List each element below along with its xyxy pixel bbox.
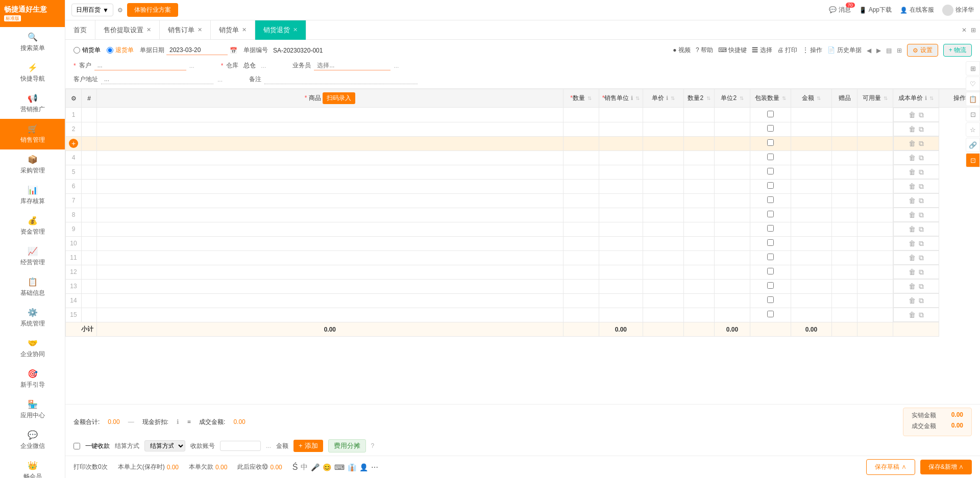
tab-close-sales-order[interactable]: ✕ — [198, 27, 202, 33]
tab-close-sales-return[interactable]: ✕ — [293, 27, 298, 33]
sidebar-item-finance[interactable]: 💰 资金管理 — [0, 211, 65, 241]
gift-checkbox[interactable] — [767, 211, 774, 217]
video-btn[interactable]: ● 视频 — [673, 46, 691, 55]
unit-sort-icon[interactable]: ⇅ — [635, 95, 640, 101]
history-btn[interactable]: 📄 历史单据 — [827, 46, 861, 55]
cost-sort-icon[interactable]: ⇅ — [929, 95, 934, 101]
right-panel-btn-active[interactable]: ⊡ — [966, 153, 980, 167]
copy-icon[interactable]: ⧉ — [919, 182, 924, 191]
operate-btn[interactable]: ⋮ 操作 — [802, 46, 822, 55]
tab-sales-return[interactable]: 销货退货 ✕ — [255, 20, 306, 40]
shirt-icon[interactable]: 👔 — [348, 463, 356, 471]
delete-icon[interactable]: 🗑 — [909, 239, 916, 247]
gift-checkbox[interactable] — [767, 111, 774, 117]
delete-icon[interactable]: 🗑 — [909, 225, 916, 233]
account-dots[interactable]: ... — [266, 442, 271, 449]
radio-return[interactable]: 退货单 — [107, 46, 134, 55]
copy-icon[interactable]: ⧉ — [919, 282, 924, 291]
unit-info-icon[interactable]: ℹ — [631, 95, 633, 101]
gift-checkbox[interactable] — [767, 196, 774, 203]
delete-icon[interactable]: 🗑 — [909, 254, 916, 262]
gift-checkbox[interactable] — [767, 296, 774, 303]
sidebar-item-system[interactable]: ⚙️ 系统管理 — [0, 303, 65, 333]
print-btn[interactable]: 🖨 打印 — [777, 46, 797, 55]
gift-checkbox[interactable] — [767, 182, 774, 189]
cash-discount-info[interactable]: ℹ — [177, 418, 179, 425]
sidebar-item-marketing[interactable]: 📢 营销推广 — [0, 88, 65, 119]
salesperson-input[interactable] — [314, 61, 390, 70]
copy-icon[interactable]: ⧉ — [919, 139, 924, 148]
radio-sales[interactable]: 销货单 — [74, 46, 101, 55]
copy-icon[interactable]: ⧉ — [919, 296, 924, 305]
user-area[interactable]: 徐泽华 — [942, 5, 974, 16]
help-btn[interactable]: ? 帮助 — [696, 46, 713, 55]
right-panel-btn-1[interactable]: ⊞ — [966, 61, 980, 76]
gift-checkbox[interactable] — [767, 254, 774, 260]
mic-icon[interactable]: 🎤 — [311, 463, 320, 471]
message-area[interactable]: 💬 消息 70 — [829, 6, 850, 14]
one-click-payment-checkbox[interactable] — [74, 443, 80, 449]
copy-icon[interactable]: ⧉ — [919, 311, 924, 319]
keyboard-icon[interactable]: ⌨ — [334, 463, 345, 471]
pkg-sort-icon[interactable]: ⇅ — [782, 95, 786, 101]
price-sort-icon[interactable]: ⇅ — [671, 95, 675, 101]
online-service-btn[interactable]: 👤 在线客服 — [900, 6, 934, 14]
gift-checkbox[interactable] — [767, 239, 774, 246]
logistics-btn[interactable]: + 物流 — [943, 44, 972, 57]
right-panel-btn-2[interactable]: ♡ — [966, 77, 980, 91]
avail-sort-icon[interactable]: ⇅ — [884, 95, 888, 101]
qty-sort-icon[interactable]: ⇅ — [587, 95, 592, 101]
sidebar-item-shortcut[interactable]: ⚡ 快捷导航 — [0, 58, 65, 88]
gift-checkbox[interactable] — [767, 225, 774, 232]
save-draft-btn[interactable]: 保存草稿 ∧ — [866, 459, 915, 475]
copy-icon[interactable]: ⧉ — [919, 225, 924, 234]
goods-input-active[interactable] — [85, 140, 93, 147]
add-row-btn[interactable]: + — [69, 139, 78, 148]
delete-icon[interactable]: 🗑 — [909, 125, 916, 133]
sidebar-item-appstore[interactable]: 🏪 应用中心 — [0, 394, 65, 425]
right-panel-btn-4[interactable]: ⊡ — [966, 107, 980, 121]
delete-icon[interactable]: 🗑 — [909, 268, 916, 276]
sidebar-item-operation[interactable]: 📈 经营管理 — [0, 241, 65, 272]
sidebar-item-enterprise[interactable]: 🤝 企业协同 — [0, 333, 65, 364]
copy-icon[interactable]: ⧉ — [919, 254, 924, 262]
topbar-settings-icon[interactable]: ⚙ — [117, 7, 123, 14]
account-input[interactable] — [220, 441, 261, 451]
experience-btn[interactable]: 体验行业方案 — [127, 3, 178, 17]
sidebar-item-inventory[interactable]: 📊 库存核算 — [0, 180, 65, 211]
tab-expand-icon[interactable]: ⊞ — [971, 27, 976, 34]
sidebar-item-search[interactable]: 🔍 搜索菜单 — [0, 27, 65, 58]
delete-icon[interactable]: 🗑 — [909, 139, 916, 147]
add-payment-btn[interactable]: + 添加 — [293, 440, 323, 452]
unit2-sort-icon[interactable]: ⇅ — [740, 95, 744, 101]
person-icon[interactable]: 👤 — [359, 463, 368, 471]
delete-icon[interactable]: 🗑 — [909, 311, 916, 319]
date-input[interactable] — [166, 45, 228, 55]
scan-btn[interactable]: 扫码录入 — [323, 92, 355, 104]
delete-icon[interactable]: 🗑 — [909, 154, 916, 162]
copy-icon[interactable]: ⧉ — [919, 125, 924, 134]
sidebar-item-basic[interactable]: 📋 基础信息 — [0, 272, 65, 303]
copy-icon[interactable]: ⧉ — [919, 154, 924, 162]
right-panel-btn-3[interactable]: 📋 — [966, 92, 980, 106]
radio-sales-input[interactable] — [74, 47, 80, 54]
right-panel-btn-5[interactable]: ☆ — [966, 122, 980, 137]
gift-checkbox[interactable] — [767, 125, 774, 132]
copy-icon[interactable]: ⧉ — [919, 196, 924, 205]
save-new-btn[interactable]: 保存&新增 ∧ — [920, 460, 972, 474]
gift-checkbox[interactable] — [767, 282, 774, 289]
delete-icon[interactable]: 🗑 — [909, 196, 916, 205]
copy-icon[interactable]: ⧉ — [919, 111, 924, 119]
gift-checkbox[interactable] — [767, 154, 774, 160]
delete-icon[interactable]: 🗑 — [909, 211, 916, 219]
view-list-icon[interactable]: ▤ — [886, 47, 892, 54]
sidebar-item-purchase[interactable]: 📦 采购管理 — [0, 149, 65, 180]
gift-checkbox-active[interactable] — [767, 139, 774, 146]
price-info-icon[interactable]: ℹ — [666, 95, 668, 101]
app-download-btn[interactable]: 📱 App下载 — [859, 6, 892, 14]
delete-icon[interactable]: 🗑 — [909, 111, 916, 119]
salesperson-expand-icon[interactable]: ... — [394, 62, 399, 69]
delete-icon[interactable]: 🗑 — [909, 168, 916, 176]
qty2-sort-icon[interactable]: ⇅ — [706, 95, 710, 101]
smile-icon[interactable]: 😊 — [323, 463, 331, 471]
